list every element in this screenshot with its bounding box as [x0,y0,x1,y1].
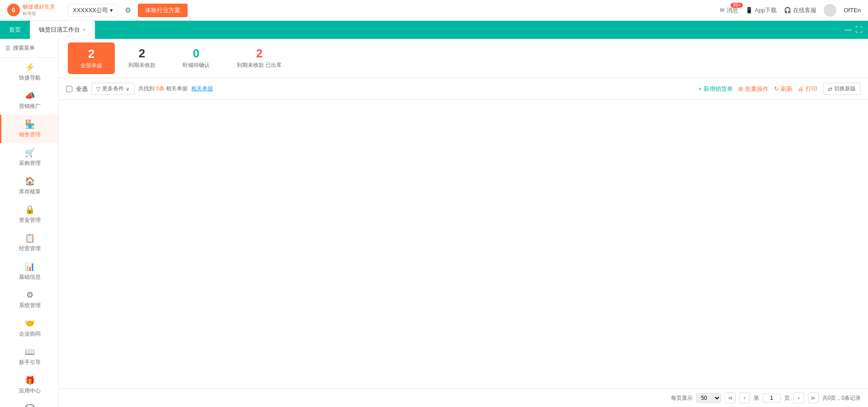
sidebar-label-app-center: 应用中心 [19,387,41,395]
megaphone-icon: 📣 [25,91,35,101]
topbar-left: 6 畅捷通好生意 标准版 XXXXXX公司 ▾ ⚙ 体验行业方案 [7,4,188,17]
stat-card-pending[interactable]: 0 旺铺待确认 [169,39,223,78]
page-size-label: 每页显示 [671,394,693,402]
logo-text: 畅捷通好生意 [23,4,55,10]
search-icon: ☰ [5,45,10,51]
print-button[interactable]: 🖨 打印 [798,85,817,93]
page-text: 第 [754,394,759,402]
settings-button[interactable]: ⚙ [122,4,134,17]
sidebar-item-purchase[interactable]: 🛒 采购管理 [0,143,58,172]
sidebar-item-operations[interactable]: 📋 经营管理 [0,229,58,257]
sidebar-item-basic-info[interactable]: 📊 基础信息 [0,257,58,285]
result-prefix: 共找到 [138,85,155,92]
sidebar-item-corp-wechat[interactable]: 💬 企业微信 [0,399,58,407]
stat-count-overdue: 2 [139,47,145,61]
stat-label-pending: 旺铺待确认 [183,61,210,69]
tab-close-icon[interactable]: × [83,27,86,33]
trial-button[interactable]: 体验行业方案 [138,4,188,17]
page-size-select[interactable]: 50 10 20 100 [696,393,721,403]
minimize-icon[interactable]: — [844,26,852,34]
page-number-input[interactable] [763,393,781,402]
stat-count-pending: 0 [193,47,199,61]
sidebar-item-finance[interactable]: 🔒 资金管理 [0,200,58,229]
first-page-button[interactable]: ⊲ [725,393,736,403]
sidebar-item-app-center[interactable]: 🎁 应用中心 [0,371,58,399]
refresh-button[interactable]: ↻ 刷新 [774,85,793,93]
sidebar-label-operations: 经营管理 [19,245,41,253]
filter-button[interactable]: ▽ 更多条件 ∨ [91,83,135,95]
switch-icon: ⇄ [828,86,832,92]
headset-icon: 🎧 [784,7,791,14]
switch-version-button[interactable]: ⇄ 切换新版 [823,83,861,95]
related-docs-link[interactable]: 相关单据 [191,85,213,93]
tab-qianhuoricheig[interactable]: 钱货日清工作台 × [30,21,95,39]
sidebar-item-guide[interactable]: 📖 新手引导 [0,342,58,371]
logo-area: 6 畅捷通好生意 标准版 [7,4,55,16]
book-icon: 📖 [25,347,35,357]
sidebar-item-marketing[interactable]: 📣 营销推广 [0,86,58,115]
batch-label: 批量操作 [745,85,769,93]
sidebar-label-marketing: 营销推广 [19,103,41,110]
warehouse-icon: 🏠 [25,176,35,186]
stat-card-overdue-out[interactable]: 2 到期未收款 已出库 [223,39,295,78]
company-name: XXXXXX公司 [73,6,108,14]
refresh-label: 刷新 [781,85,793,93]
add-sales-order-button[interactable]: + 新增销货单 [698,85,733,93]
batch-icon: ⊞ [738,85,743,92]
logo-icon: 6 [7,4,20,16]
refresh-icon: ↻ [774,85,779,92]
sidebar-label-sales: 销售管理 [19,131,41,139]
stat-cards: 2 全部单据 2 到期未收款 0 旺铺待确认 2 到期未收款 已出库 [59,39,868,78]
online-service-button[interactable]: 🎧 在线客服 [784,6,816,14]
nav-actions: — ⛶ [844,26,868,34]
stat-label-overdue-out: 到期未收款 已出库 [237,61,282,69]
phone-icon: 📱 [745,7,753,14]
prev-page-button[interactable]: ‹ [739,393,750,403]
logo-sub: 标准版 [23,10,55,17]
search-menu-item[interactable]: ☰ 搜索菜单 [0,39,58,58]
company-selector[interactable]: XXXXXX公司 ▾ [68,4,118,17]
sidebar-label-corp-coop: 企业协同 [19,330,41,338]
chevron-icon: ∨ [126,86,130,92]
switch-label: 切换新版 [834,85,856,93]
last-page-button[interactable]: ⊳ [808,393,819,403]
batch-operation-button[interactable]: ⊞ 批量操作 [738,85,769,93]
handshake-icon: 🤝 [25,318,35,328]
message-icon: ✉ [720,7,725,14]
result-suffix: 相关单据 [166,85,188,92]
message-badge: 99+ [731,3,743,8]
nav-tabs: 首页 钱货日清工作台 × — ⛶ [0,21,868,39]
app-download-button[interactable]: 📱 App下载 [745,6,777,14]
maximize-icon[interactable]: ⛶ [855,26,863,34]
sidebar-label-inventory: 库存核算 [19,188,41,196]
message-button[interactable]: ✉ 消息 99+ [720,6,738,14]
chevron-down-icon: ▾ [110,7,113,14]
sidebar-item-system[interactable]: ⚙ 系统管理 [0,285,58,314]
topbar-right: ✉ 消息 99+ 📱 App下载 🎧 在线客服 OfTEn [720,4,861,17]
active-tab-label: 钱货日清工作台 [39,26,80,34]
next-page-button[interactable]: › [793,393,804,403]
empty-state [59,100,868,388]
stat-card-overdue[interactable]: 2 到期未收款 [115,39,169,78]
clipboard-icon: 📋 [25,233,35,243]
avatar[interactable] [824,4,836,17]
stat-card-all[interactable]: 2 全部单据 [68,42,115,74]
result-text: 共找到 0条 相关单据 [138,85,188,93]
filter-label: 更多条件 [102,85,124,93]
username: OfTEn [844,7,861,14]
sidebar-item-sales[interactable]: 🏪 销售管理 [0,115,58,143]
sidebar-item-quick-nav[interactable]: ⚡ 快捷导航 [0,58,58,86]
stat-label-all: 全部单据 [80,62,102,70]
toolbar-right: + 新增销货单 ⊞ 批量操作 ↻ 刷新 🖨 打印 ⇄ 切换新版 [698,83,861,95]
stat-label-overdue: 到期未收款 [128,61,156,69]
chat-icon: 💬 [25,404,35,407]
select-all-checkbox[interactable] [66,86,72,92]
table-area [59,100,868,388]
pagination: 每页显示 50 10 20 100 ⊲ ‹ 第 页 › ⊳ 共0页，0条记录 [59,388,868,407]
sidebar-label-system: 系统管理 [19,302,41,309]
stat-count-all: 2 [88,47,94,61]
sidebar-item-corp-coop[interactable]: 🤝 企业协同 [0,314,58,342]
sidebar-item-inventory[interactable]: 🏠 库存核算 [0,172,58,200]
tab-home[interactable]: 首页 [0,21,30,39]
sidebar-label-quick-nav: 快捷导航 [19,74,41,82]
